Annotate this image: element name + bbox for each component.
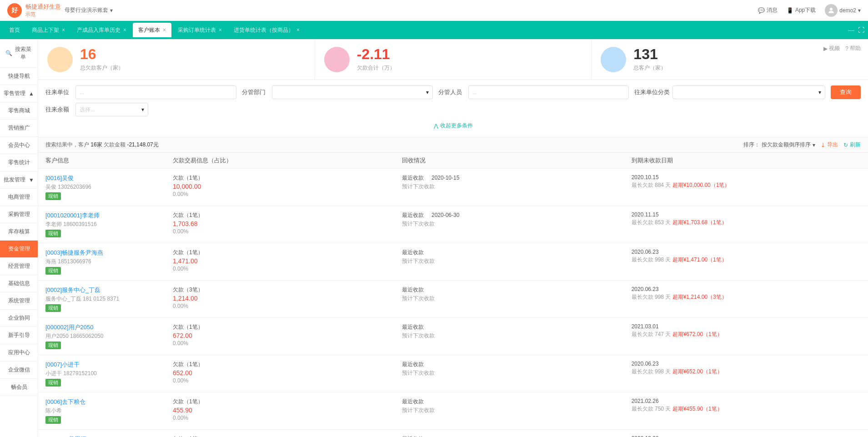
sidebar-item-retail-mgmt[interactable]: 零售管理 ▲: [0, 85, 38, 102]
export-button[interactable]: ⤓ 导出: [821, 141, 838, 149]
next-pay-0002: 预计下次收款: [402, 295, 631, 302]
search-button[interactable]: 查询: [831, 85, 861, 99]
batch-expand-icon: ▼: [29, 177, 34, 183]
overdue-link-000002[interactable]: 超期¥672.00（1笔）: [672, 331, 722, 337]
store-selector[interactable]: 母婴行业演示账套 ▾: [65, 6, 113, 14]
sort-button[interactable]: 排序： 按欠款金额倒序排序 ▾: [743, 141, 815, 149]
customer-info-0002: [0002]服务中心_丁磊 服务中心_丁磊 181 0125 8371 现销: [45, 286, 173, 312]
sidebar-item-inventory[interactable]: 库存核算: [0, 223, 38, 241]
tab-purchase-summary-close[interactable]: ×: [219, 27, 222, 33]
collapse-filter-btn[interactable]: ⋀ 收起更多条件: [45, 120, 861, 131]
retail-mgmt-label: 零售管理: [4, 90, 25, 97]
sidebar-item-quick-nav[interactable]: 快捷导航: [0, 68, 38, 85]
debt-info-0003: 欠款（1笔） 1,471.00 0.00%: [173, 249, 402, 272]
table-row: [0002]服务中心_丁磊 服务中心_丁磊 181 0125 8371 现销 欠…: [38, 281, 868, 318]
tab-product-status[interactable]: 商品上下架 ×: [26, 23, 70, 37]
customer-name-0002[interactable]: [0002]服务中心_丁磊: [45, 286, 100, 293]
from-unit-input[interactable]: ...: [75, 85, 236, 99]
minimize-icon[interactable]: —: [848, 26, 854, 34]
sidebar-item-enterprise-wechat[interactable]: 企业微信: [0, 362, 38, 379]
filter-unit-category: 往来单位分类 ▾: [634, 85, 825, 99]
customer-name-0016[interactable]: [0016]吴俊: [45, 175, 74, 181]
customer-name-0003[interactable]: [0003]畅捷服务尹海燕: [45, 249, 103, 256]
debt-amount-label: 欠款合计（万）: [357, 64, 582, 72]
next-pay-0006: 预计下次收款: [402, 407, 631, 414]
table-container: 客户信息 欠款交易信息（占比） 回收情况 到期未收款日期 [0016]吴俊 吴俊…: [38, 153, 868, 437]
refresh-icon: ↻: [843, 142, 848, 148]
due-days-0016: 最长欠款 884 天 超期¥10,000.00（1笔）: [632, 181, 861, 189]
finance-label: 资金管理: [8, 246, 30, 252]
sidebar-item-member-center[interactable]: 会员中心: [0, 137, 38, 154]
search-menu-btn[interactable]: 🔍 搜索菜单: [4, 43, 34, 64]
sidebar-item-app-center[interactable]: 应用中心: [0, 344, 38, 362]
unit-category-chevron-icon: ▾: [818, 89, 821, 95]
sidebar-item-system[interactable]: 系统管理: [0, 292, 38, 310]
enterprise-collab-label: 企业协同: [8, 315, 30, 321]
balance-dropdown[interactable]: 选择... ▾: [75, 103, 148, 116]
view-label: 视频: [829, 45, 840, 52]
tab-purchase-summary[interactable]: 采购订单统计表 ×: [172, 23, 227, 37]
sidebar-item-vip-member[interactable]: 畅会员: [0, 379, 38, 396]
sidebar-item-ecommerce[interactable]: 电商管理: [0, 189, 38, 206]
help-btn[interactable]: ? 帮助: [845, 45, 861, 52]
sidebar-item-marketing[interactable]: 营销推广: [0, 120, 38, 137]
tab-inbound-summary-close[interactable]: ×: [296, 27, 300, 33]
sidebar-item-batch-mgmt[interactable]: 批发管理 ▼: [0, 171, 38, 189]
debt-info-0006: 欠款（1笔） 455.90 0.00%: [173, 398, 402, 421]
sidebar-item-operations[interactable]: 经营管理: [0, 258, 38, 275]
tab-customer-account-close[interactable]: ×: [163, 27, 166, 33]
refresh-button[interactable]: ↻ 刷新: [843, 141, 861, 149]
tab-customer-account[interactable]: 客户账本 ×: [133, 23, 171, 37]
overdue-link-0006[interactable]: 超期¥455.90（1笔）: [672, 406, 722, 412]
sidebar-item-purchase-mgmt[interactable]: 采购管理: [0, 206, 38, 223]
overdue-link-0016[interactable]: 超期¥10,000.00（1笔）: [672, 182, 730, 188]
unit-category-dropdown[interactable]: ▾: [672, 85, 825, 99]
due-days-0001020001: 最长欠款 853 天 超期¥1,703.68（1笔）: [632, 219, 861, 226]
last-pay-0016: 最近收款 2020-10-15: [402, 174, 631, 182]
view-btn[interactable]: ▶ 视频: [823, 45, 840, 52]
customer-name-0001020001[interactable]: [0001020001]李老师: [45, 212, 100, 219]
sidebar-item-enterprise-collab[interactable]: 企业协同: [0, 310, 38, 327]
last-pay-0006: 最近收款: [402, 398, 631, 406]
app-download-btn[interactable]: 📱 App下载: [787, 6, 816, 14]
customer-info-0007: [0007]小进干 小进干 18279152100 现销: [45, 361, 173, 387]
maximize-icon[interactable]: ⛶: [858, 26, 864, 34]
due-info-000001: 2020.12.30 最长欠款 808 天 超期¥429.00（1笔）: [632, 435, 861, 437]
tab-product-history-close[interactable]: ×: [123, 27, 126, 33]
customer-tag-0007: 现销: [45, 379, 61, 387]
sidebar-item-basic-info[interactable]: 基础信息: [0, 275, 38, 292]
manager-input[interactable]: ...: [468, 85, 629, 99]
overdue-link-0007[interactable]: 超期¥652.00（1笔）: [672, 368, 722, 375]
customer-tag-000002: 现销: [45, 342, 61, 349]
tab-product-status-close[interactable]: ×: [62, 27, 65, 33]
overdue-link-0003[interactable]: 超期¥1,471.00（1笔）: [672, 256, 727, 263]
sidebar-item-retail-stats[interactable]: 零售统计: [0, 154, 38, 171]
overdue-link-0002[interactable]: 超期¥1,214.00（3笔）: [672, 294, 727, 300]
app-download-label: App下载: [795, 6, 816, 14]
user-menu[interactable]: demo2 ▾: [825, 4, 861, 17]
sidebar-item-retail-mall[interactable]: 零售商城: [0, 102, 38, 120]
debt-info-0002: 欠款（3笔） 1,214.00 0.00%: [173, 286, 402, 309]
overdue-link-0001020001[interactable]: 超期¥1,703.68（1笔）: [672, 219, 727, 226]
tab-home[interactable]: 首页: [4, 23, 25, 37]
customer-name-000002[interactable]: [000002]用户2050: [45, 324, 94, 331]
export-label: 导出: [827, 141, 838, 149]
due-info-000002: 2021.03.01 最长欠款 747 天 超期¥672.00（1笔）: [632, 323, 861, 338]
debt-percent-0001020001: 0.00%: [173, 228, 402, 235]
last-pay-0002: 最近收款: [402, 286, 631, 294]
store-name: 母婴行业演示账套: [65, 6, 108, 14]
avatar: [825, 4, 838, 17]
due-info-0016: 2020.10.15 最长欠款 884 天 超期¥10,000.00（1笔）: [632, 174, 861, 189]
tab-inbound-summary[interactable]: 进货单统计表（按商品） ×: [228, 23, 305, 37]
customer-name-0007[interactable]: [0007]小进干: [45, 361, 80, 368]
messages-btn[interactable]: 💬 消息: [758, 6, 778, 14]
sidebar-item-new-guide[interactable]: 新手引导: [0, 327, 38, 344]
sidebar-item-finance[interactable]: 资金管理: [0, 241, 38, 258]
recovery-info-0007: 最近收款 预计下次收款: [402, 361, 631, 377]
due-days-000002: 最长欠款 747 天 超期¥672.00（1笔）: [632, 331, 861, 338]
svg-rect-4: [607, 55, 612, 64]
dept-dropdown[interactable]: ▾: [272, 85, 433, 99]
customer-name-0006[interactable]: [0006]去下粮仓: [45, 398, 85, 405]
debt-percent-0007: 0.00%: [173, 377, 402, 384]
tab-product-history[interactable]: 产成品入库单历史 ×: [71, 23, 132, 37]
